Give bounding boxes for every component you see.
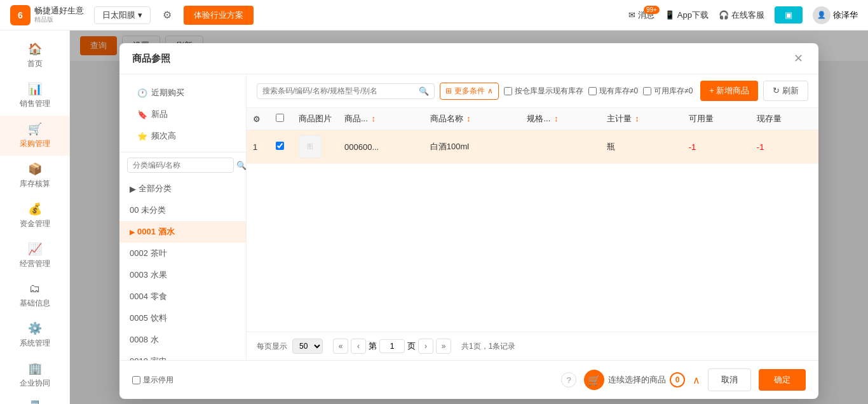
teal-action-btn[interactable]: ▣ (775, 6, 803, 24)
th-code[interactable]: 商品... ↕ (338, 108, 424, 130)
cancel-button[interactable]: 取消 (708, 368, 751, 391)
help-icon[interactable]: ? (561, 372, 576, 387)
cart-icon[interactable]: 🛒 (584, 370, 604, 390)
category-0004[interactable]: 0004 零食 (119, 286, 246, 307)
product-search-box: 🔍 (257, 83, 435, 99)
finance-icon: 💰 (28, 202, 42, 216)
warehouse-display-checkbox[interactable]: 按仓库显示现有库存 (504, 86, 583, 97)
modal-overlay: 商品参照 ✕ 🕐近期购买🔖新品⭐频次高 🔍 « (70, 30, 868, 404)
th-name[interactable]: 商品名称 ↕ (424, 108, 521, 130)
page-input[interactable] (379, 339, 405, 353)
sidebar-label-basic: 基础信息 (20, 298, 50, 309)
sidebar-item-operation[interactable]: 📈经营管理 (0, 236, 69, 276)
basic-icon: 🗂 (29, 282, 41, 295)
cart-count: 0 (670, 372, 685, 387)
th-checkbox (269, 108, 292, 130)
page-nav: « ‹ 第 页 › » (333, 339, 451, 354)
page-first-button[interactable]: « (333, 339, 348, 354)
product-reference-modal: 商品参照 ✕ 🕐近期购买🔖新品⭐频次高 🔍 « (119, 43, 818, 399)
category-all[interactable]: ▶ 全部分类 (119, 178, 246, 199)
footer-collapse-button[interactable]: ∧ (693, 374, 700, 386)
th-settings: ⚙ (247, 108, 269, 130)
sidebar-label-home: 首页 (27, 58, 43, 69)
purchase-icon: 🛒 (28, 122, 42, 136)
td-spec (520, 130, 600, 164)
modal-body: 🕐近期购买🔖新品⭐频次高 🔍 « ▶ 全部分类00 未分类0001 酒水0002… (119, 74, 818, 360)
category-0003[interactable]: 0003 水果 (119, 264, 246, 286)
sidebar-bottom: 🆕新手引导📱应用中心V畅会员 ⚙ 🔊 (0, 395, 69, 404)
td-name: 白酒100ml (424, 130, 521, 164)
modal-sidebar: 🕐近期购买🔖新品⭐频次高 🔍 « ▶ 全部分类00 未分类0001 酒水0002… (119, 74, 247, 360)
page-last-button[interactable]: » (436, 339, 451, 354)
cart-text: 连续选择的商品 (608, 374, 666, 386)
category-search-input[interactable] (127, 158, 234, 173)
stock-ne0-checkbox[interactable]: 现有库存≠0 (588, 86, 638, 97)
sidebar-label-stock: 库存核算 (20, 178, 50, 189)
th-unit[interactable]: 主计量 ↕ (600, 108, 682, 130)
available-ne0-checkbox[interactable]: 可用库存≠0 (643, 86, 693, 97)
page-prev-button[interactable]: ‹ (351, 339, 366, 354)
messages-button[interactable]: ✉ 消息 99+ (628, 10, 654, 21)
category-0001[interactable]: 0001 酒水 (119, 221, 246, 243)
modal-nav-new[interactable]: 🔖新品 (127, 104, 238, 125)
add-product-button[interactable]: + 新增商品 (700, 81, 758, 101)
sidebar-item-home[interactable]: 🏠首页 (0, 36, 69, 76)
sidebar-label-sales: 销售管理 (20, 98, 50, 109)
td-unit: 瓶 (600, 130, 682, 164)
display-disabled-checkbox[interactable]: 显示停用 (132, 375, 173, 386)
chevron-down-icon: ▾ (138, 10, 142, 20)
sidebar-item-finance[interactable]: 💰资金管理 (0, 196, 69, 236)
table-row[interactable]: 1 图 000600... 白酒100ml 瓶 -1 -1 (247, 130, 818, 164)
th-image: 商品图片 (292, 108, 338, 130)
logo-icon: 6 (10, 5, 31, 25)
enterprise-icon: 🏢 (28, 361, 42, 375)
avatar: 👤 (813, 6, 831, 24)
sidebar-label-system: 系统管理 (20, 338, 50, 349)
page-prefix-label: 第 (369, 340, 377, 352)
sidebar-item-system[interactable]: ⚙️系统管理 (0, 315, 69, 355)
sidebar-item-basic[interactable]: 🗂基础信息 (0, 276, 69, 315)
modal-main-content: 🔍 ⊞ 更多条件 ∧ 按仓库显示现有库存 (247, 74, 818, 360)
confirm-button[interactable]: 确定 (759, 369, 806, 391)
download-icon: 📱 (665, 10, 675, 20)
product-search-input[interactable] (262, 86, 416, 95)
category-0010[interactable]: 0010 家电 (119, 351, 246, 360)
modal-footer: 显示停用 ? 🛒 连续选择的商品 0 ∧ 取消 确定 (119, 360, 818, 399)
sidebar-item-guide[interactable]: 🆕新手引导 (0, 395, 69, 404)
user-name: 徐泽华 (833, 10, 858, 21)
nav-dropdown[interactable]: 日太阳膜 ▾ (94, 6, 151, 24)
category-0005[interactable]: 0005 饮料 (119, 307, 246, 329)
category-0008[interactable]: 0008 水 (119, 329, 246, 351)
modal-toolbar: 🔍 ⊞ 更多条件 ∧ 按仓库显示现有库存 (247, 74, 818, 108)
sidebar-item-purchase[interactable]: 🛒采购管理 (0, 116, 69, 156)
experience-button[interactable]: 体验行业方案 (184, 6, 254, 25)
top-nav: 6 畅捷通好生意 精品版 日太阳膜 ▾ ⚙ 体验行业方案 ✉ 消息 99+ 📱 … (0, 0, 868, 30)
online-service-button[interactable]: 🎧 在线客服 (719, 10, 764, 21)
sidebar-item-stock[interactable]: 📦库存核算 (0, 156, 69, 196)
message-badge: 99+ (644, 6, 660, 14)
search-icon[interactable]: 🔍 (236, 161, 247, 170)
modal-nav-recent[interactable]: 🕐近期购买 (127, 82, 238, 104)
td-stock: -1 (750, 130, 818, 164)
per-page-select[interactable]: 50 (292, 339, 323, 354)
sidebar: 🏠首页📊销售管理🛒采购管理📦库存核算💰资金管理📈经营管理🗂基础信息⚙️系统管理🏢… (0, 30, 70, 404)
gear-icon[interactable]: ⚙ (158, 6, 176, 24)
chevron-right-icon: ▶ (130, 184, 136, 194)
category-00[interactable]: 00 未分类 (119, 199, 246, 221)
user-avatar-area[interactable]: 👤 徐泽华 (813, 6, 858, 24)
search-icon[interactable]: 🔍 (419, 86, 429, 96)
page-next-button[interactable]: › (418, 339, 433, 354)
app-download-button[interactable]: 📱 App下载 (665, 10, 709, 21)
filter-button[interactable]: ⊞ 更多条件 ∧ (440, 83, 499, 100)
sidebar-item-sales[interactable]: 📊销售管理 (0, 76, 69, 116)
modal-nav-frequent[interactable]: ⭐频次高 (127, 125, 238, 147)
modal-close-button[interactable]: ✕ (790, 51, 806, 66)
th-stock: 现存量 (750, 108, 818, 130)
table-refresh-button[interactable]: ↻ 刷新 (763, 81, 808, 101)
sidebar-item-enterprise[interactable]: 🏢企业协同 (0, 355, 69, 395)
home-icon: 🏠 (28, 42, 42, 56)
td-checkbox[interactable] (269, 130, 292, 164)
category-0002[interactable]: 0002 茶叶 (119, 243, 246, 264)
th-spec[interactable]: 规格... ↕ (520, 108, 600, 130)
guide-icon: 🆕 (31, 400, 39, 404)
